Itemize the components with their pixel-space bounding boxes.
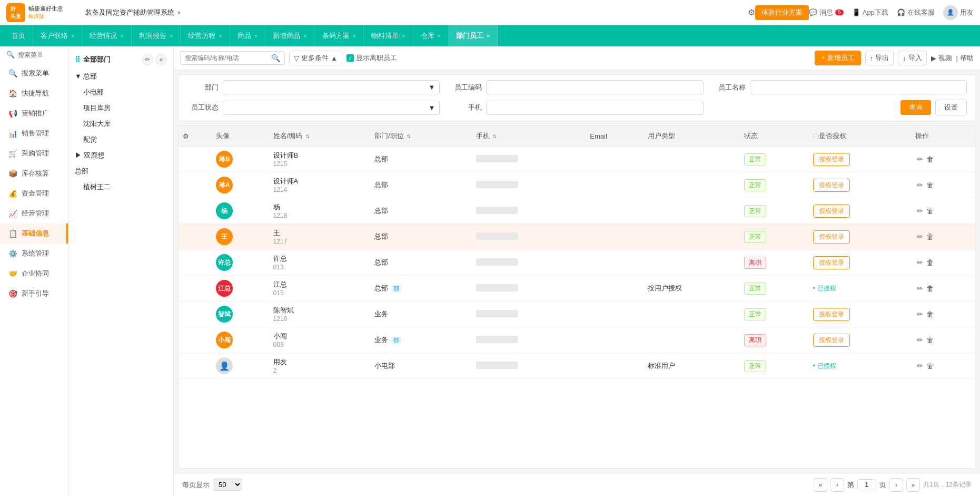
nav-tab-经营情况[interactable]: 经营情况× <box>82 25 131 46</box>
sidebar-item-库存核算[interactable]: 📦库存核算 <box>0 163 68 183</box>
auth-button-2[interactable]: 授权登录 <box>813 179 850 192</box>
query-button[interactable]: 查询 <box>900 100 931 115</box>
first-page-button[interactable]: « <box>814 478 827 492</box>
delete-button-3[interactable]: 🗑 <box>926 207 934 215</box>
filter-empname-input[interactable] <box>750 80 967 94</box>
tab-close-icon[interactable]: × <box>120 33 123 39</box>
last-page-button[interactable]: » <box>906 478 920 492</box>
filter-phone-input[interactable] <box>486 101 703 115</box>
edit-button-3[interactable]: ✏ <box>917 207 923 215</box>
sidebar-item-经营管理[interactable]: 📈经营管理 <box>0 203 68 223</box>
tab-close-icon[interactable]: × <box>487 33 490 39</box>
next-page-button[interactable]: › <box>889 478 903 492</box>
show-resigned-toggle[interactable]: ✓ 显示离职员工 <box>347 53 397 63</box>
message-button[interactable]: 💬 消息 5 <box>809 8 844 17</box>
user-area[interactable]: 👤 用友 <box>943 5 974 20</box>
online-service-button[interactable]: 🎧 在线客服 <box>897 8 935 17</box>
nav-tab-物料清单[interactable]: 物料清单× <box>364 25 413 46</box>
auth-button-8[interactable]: 授权登录 <box>813 334 850 347</box>
add-employee-button[interactable]: + 新增员工 <box>815 51 860 65</box>
edit-button-5[interactable]: ✏ <box>917 258 923 267</box>
edit-button-7[interactable]: ✏ <box>917 310 923 318</box>
delete-button-9[interactable]: 🗑 <box>926 362 934 370</box>
help-button[interactable]: | 帮助 <box>956 53 974 63</box>
nav-tab-商品[interactable]: 商品× <box>230 25 265 46</box>
auth-button-3[interactable]: 授权登录 <box>813 205 850 218</box>
show-resigned-checkbox[interactable]: ✓ <box>347 54 354 62</box>
edit-button-2[interactable]: ✏ <box>917 181 923 189</box>
col-header-settings[interactable]: ⚙ <box>179 126 212 147</box>
edit-button-9[interactable]: ✏ <box>917 362 923 370</box>
filter-empcode-input[interactable] <box>486 80 703 94</box>
delete-button-6[interactable]: 🗑 <box>926 284 934 293</box>
auth-button-1[interactable]: 授权登录 <box>813 153 850 166</box>
export-button[interactable]: ↑ 导出 <box>865 51 894 65</box>
nav-tab-经营历程[interactable]: 经营历程× <box>181 25 230 46</box>
nav-tab-利润报告[interactable]: 利润报告× <box>132 25 181 46</box>
auth-button-5[interactable]: 授权登录 <box>813 256 850 269</box>
nav-tab-首页[interactable]: 首页 <box>4 25 33 46</box>
import-button[interactable]: ↓ 导入 <box>898 51 927 65</box>
page-size-select[interactable]: 50 20 100 <box>213 479 242 491</box>
sidebar-search-input[interactable] <box>18 51 62 59</box>
prev-page-button[interactable]: ‹ <box>830 478 844 492</box>
dept-tree-item-▶ 双鹿想[interactable]: ▶ 双鹿想 <box>68 148 173 163</box>
auth-button-4[interactable]: 授权登录 <box>813 230 850 244</box>
tab-close-icon[interactable]: × <box>353 33 356 39</box>
edit-button-1[interactable]: ✏ <box>917 155 923 163</box>
edit-button-8[interactable]: ✏ <box>917 336 923 344</box>
sidebar-item-搜索菜单[interactable]: 🔍搜索菜单 <box>0 63 68 83</box>
nav-tab-条码方案[interactable]: 条码方案× <box>315 25 364 46</box>
tab-close-icon[interactable]: × <box>303 33 306 39</box>
sidebar-item-资金管理[interactable]: 💰资金管理 <box>0 183 68 203</box>
dept-edit-button[interactable]: ✏ <box>142 54 153 65</box>
sidebar-item-采购管理[interactable]: 🛒采购管理 <box>0 143 68 163</box>
dept-collapse-button[interactable]: « <box>155 54 167 65</box>
edit-button-4[interactable]: ✏ <box>917 232 923 241</box>
nav-tab-客户联络[interactable]: 客户联络× <box>33 25 82 46</box>
dept-tree-item-小电部[interactable]: 小电部 <box>68 84 173 100</box>
delete-button-5[interactable]: 🗑 <box>926 258 934 267</box>
app-download-button[interactable]: 📱 App下载 <box>852 8 888 17</box>
dept-tree-item-植树王二[interactable]: 植树王二 <box>68 179 173 195</box>
dept-tree-item-配货[interactable]: 配货 <box>68 132 173 148</box>
tab-close-icon[interactable]: × <box>219 33 222 39</box>
delete-button-2[interactable]: 🗑 <box>926 181 934 189</box>
dept-tree-item-沈阳大库[interactable]: 沈阳大库 <box>68 116 173 132</box>
nav-tab-部门员工[interactable]: 部门员工× <box>449 25 498 46</box>
delete-button-7[interactable]: 🗑 <box>926 310 934 318</box>
tab-close-icon[interactable]: × <box>402 33 405 39</box>
gear-button[interactable]: ⚙ <box>748 7 755 17</box>
filter-dept-select[interactable]: ▼ <box>223 80 440 94</box>
delete-button-8[interactable]: 🗑 <box>926 336 934 344</box>
filter-status-select[interactable]: ▼ <box>223 101 440 115</box>
tab-close-icon[interactable]: × <box>170 33 173 39</box>
auth-button-7[interactable]: 授权登录 <box>813 308 850 321</box>
dept-tree-item-项目库房[interactable]: 项目库房 <box>68 100 173 116</box>
reset-button[interactable]: 设置 <box>935 100 967 115</box>
tab-close-icon[interactable]: × <box>254 33 258 39</box>
nav-tab-仓库[interactable]: 仓库× <box>413 25 449 46</box>
system-title-arrow[interactable]: ▼ <box>176 10 182 16</box>
nav-tab-新增商品[interactable]: 新增商品× <box>265 25 314 46</box>
sidebar-item-快捷导航[interactable]: 🏠快捷导航 <box>0 83 68 103</box>
tab-close-icon[interactable]: × <box>438 33 441 39</box>
sidebar-item-营销推广[interactable]: 📢营销推广 <box>0 103 68 123</box>
tab-close-icon[interactable]: × <box>71 33 74 39</box>
sidebar-item-新手引导[interactable]: 🎯新手引导 <box>0 284 68 304</box>
view-button[interactable]: ▶ 视频 <box>931 53 952 63</box>
trial-button[interactable]: 体验行业方案 <box>755 5 809 20</box>
edit-button-6[interactable]: ✏ <box>917 284 923 293</box>
dept-all-button[interactable]: ⠿ 全部部门 <box>75 55 111 64</box>
sidebar-item-系统管理[interactable]: ⚙️系统管理 <box>0 244 68 264</box>
sidebar-item-基础信息[interactable]: 📋基础信息 <box>0 223 68 244</box>
page-number-input[interactable] <box>857 479 876 490</box>
delete-button-1[interactable]: 🗑 <box>926 155 934 163</box>
sidebar-item-销售管理[interactable]: 📊销售管理 <box>0 123 68 143</box>
dept-tree-item-总部[interactable]: 总部 <box>68 163 173 179</box>
delete-button-4[interactable]: 🗑 <box>926 232 934 241</box>
sidebar-item-企业协同[interactable]: 🤝企业协同 <box>0 264 68 284</box>
search-input[interactable] <box>185 54 269 62</box>
more-filter-button[interactable]: ▽ 更多条件 ▲ <box>289 51 342 65</box>
dept-tree-item-▼ 总部[interactable]: ▼ 总部 <box>68 69 173 84</box>
